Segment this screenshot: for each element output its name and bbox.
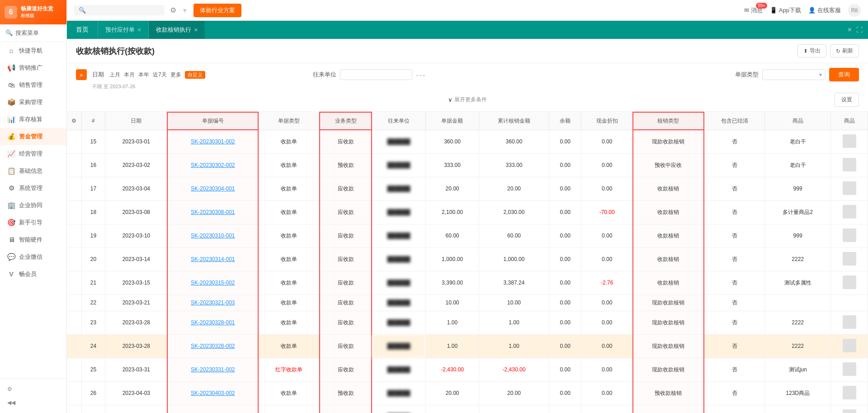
topbar-search-input[interactable] [89, 7, 156, 14]
expand-conditions[interactable]: ∨ 展开更多条件 [448, 96, 487, 104]
sidebar-item-label: 库存核算 [19, 115, 42, 123]
row-doc-no[interactable]: SK-20230314-001 [167, 247, 258, 271]
row-doc-no[interactable]: SK-20230408-001 [167, 405, 258, 413]
tab-collection[interactable]: 收款核销执行 × [149, 21, 205, 39]
tab-close-all-icon[interactable]: × [848, 26, 852, 34]
sidebar-item-label: 企业协同 [19, 201, 42, 209]
column-settings-icon[interactable]: ⚙ [71, 118, 76, 124]
row-cash-discount: 0.00 [581, 358, 633, 381]
row-include-settled: 否 [704, 381, 765, 405]
row-doc-no[interactable]: SK-20230328-002 [167, 334, 258, 358]
row-doc-no[interactable]: SK-20230304-001 [167, 177, 258, 200]
sidebar-item-wechat[interactable]: 💬 企业微信 [0, 248, 66, 266]
row-doc-no[interactable]: SK-20230315-002 [167, 271, 258, 294]
system-icon: ⚙ [7, 184, 15, 192]
doctype-select[interactable] [762, 69, 826, 80]
row-doc-no[interactable]: SK-20230403-002 [167, 381, 258, 405]
filter-toggle-button[interactable]: » [76, 69, 87, 80]
th-settings[interactable]: ⚙ [67, 112, 81, 130]
refresh-button[interactable]: ↻ 刷新 [830, 44, 859, 57]
th-date: 日期 [105, 112, 167, 130]
sidebar-item-label: 基础信息 [19, 167, 42, 175]
sidebar-item-member[interactable]: V 畅会员 [0, 266, 66, 283]
date-opt-7days[interactable]: 近7天 [153, 71, 167, 79]
row-total-write-off: 2,030.00 [479, 200, 549, 224]
tab-collection-close[interactable]: × [194, 26, 198, 33]
sidebar-collapse[interactable]: ◀◀ [0, 396, 66, 409]
tab-home[interactable]: 首页 [67, 21, 98, 39]
table-row: 242023-03-28SK-20230328-002收款单应收款██████1… [67, 334, 868, 358]
avatar: Rit [848, 4, 861, 17]
tab-expand-icon[interactable]: ⛶ [856, 26, 863, 33]
export-button[interactable]: ⬆ 导出 [797, 44, 826, 57]
row-doc-no[interactable]: SK-20230308-001 [167, 200, 258, 224]
sidebar-item-finance[interactable]: 💰 资金管理 [0, 128, 66, 145]
tab-advance[interactable]: 预付应付单 × [98, 21, 149, 39]
th-total-write-off: 累计核销金额 [479, 112, 549, 130]
tab-advance-close[interactable]: × [137, 26, 141, 33]
row-doc-no[interactable]: SK-20230301-002 [167, 130, 258, 153]
row-biz-type: 应收款 [320, 405, 372, 413]
topbar-gear-icon[interactable]: ⚙ [170, 6, 176, 14]
solution-button[interactable]: 体验行业方案 [193, 4, 241, 17]
tabbar: 首页 预付应付单 × 收款核销执行 × × ⛶ [67, 21, 868, 39]
row-write-off-type: 预收款核销 [633, 381, 704, 405]
sidebar-settings[interactable]: ⚙ [0, 382, 66, 396]
sidebar-item-basic[interactable]: 📋 基础信息 [0, 162, 66, 180]
sidebar-item-system[interactable]: ⚙ 系统管理 [0, 180, 66, 197]
row-no: 27 [81, 405, 105, 413]
logo-sub: 标推版 [21, 13, 53, 19]
row-amount: 3,390.00 [426, 271, 479, 294]
partner-input[interactable] [340, 69, 412, 80]
table-row: 212023-03-15SK-20230315-002收款单应收款██████3… [67, 271, 868, 294]
topbar-right-actions: ✉ 消息 99+ 📱 App下载 👤 在线客服 Rit [744, 4, 861, 17]
row-settings [67, 294, 81, 311]
refresh-icon: ↻ [836, 48, 840, 54]
th-cash-discount: 现金折扣 [581, 112, 633, 130]
row-write-off-type: 现款收款核销 [633, 311, 704, 334]
setting-button[interactable]: 设置 [835, 93, 859, 107]
row-settings [67, 311, 81, 334]
row-doc-no[interactable]: SK-20230302-002 [167, 153, 258, 177]
th-amount: 单据金额 [426, 112, 479, 130]
goods-thumbnail [843, 228, 856, 242]
row-goods: 测试多属性 [765, 271, 831, 294]
date-opt-this-year[interactable]: 本年 [138, 71, 149, 79]
app-download-button[interactable]: 📱 App下载 [770, 6, 801, 14]
sidebar-item-marketing[interactable]: 📢 营销推广 [0, 59, 66, 76]
row-doc-no[interactable]: SK-20230310-001 [167, 224, 258, 247]
row-date: 2023-03-08 [105, 200, 167, 224]
row-include-settled: 否 [704, 130, 765, 153]
date-opt-more[interactable]: 更多 [170, 71, 181, 79]
date-opt-custom[interactable]: 自定义 [185, 71, 205, 79]
sidebar-item-sales[interactable]: 🛍 销售管理 [0, 76, 66, 94]
search-menu[interactable]: 🔍 搜索菜单 [0, 24, 66, 42]
online-service-button[interactable]: 👤 在线客服 [808, 6, 841, 14]
date-opt-last-month[interactable]: 上月 [109, 71, 120, 79]
basic-icon: 📋 [7, 167, 15, 175]
wechat-icon: 💬 [7, 253, 15, 261]
row-doc-no[interactable]: SK-20230321-003 [167, 294, 258, 311]
goods-thumbnail [843, 362, 856, 376]
row-write-off-type: 收款核销 [633, 271, 704, 294]
sidebar-item-guide[interactable]: 🎯 新手引导 [0, 214, 66, 231]
row-total-write-off: 360.00 [479, 130, 549, 153]
sidebar-item-inventory[interactable]: 📊 库存核算 [0, 111, 66, 128]
row-amount: 20.00 [426, 381, 479, 405]
message-button[interactable]: ✉ 消息 99+ [744, 6, 763, 14]
sidebar-item-operation[interactable]: 📈 经营管理 [0, 145, 66, 162]
sidebar-item-purchase[interactable]: 📦 采购管理 [0, 94, 66, 111]
row-partner: ██████ [372, 224, 425, 247]
sidebar-item-hardware[interactable]: 🖥 智能硬件 [0, 231, 66, 248]
table-row: 172023-03-04SK-20230304-001收款单应收款██████2… [67, 177, 868, 200]
sidebar-item-quick-nav[interactable]: ⌂ 快捷导航 [0, 42, 66, 59]
date-opt-this-month[interactable]: 本月 [124, 71, 135, 79]
settings-icon: ⚙ [7, 386, 12, 392]
row-doc-no[interactable]: SK-20230331-002 [167, 358, 258, 381]
row-doc-no[interactable]: SK-20230328-001 [167, 311, 258, 334]
user-profile[interactable]: Rit [848, 4, 861, 17]
query-button[interactable]: 查询 [829, 68, 859, 81]
enterprise-icon: 🏢 [7, 201, 15, 209]
ellipsis[interactable]: ··· [416, 70, 426, 80]
sidebar-item-enterprise[interactable]: 🏢 企业协同 [0, 197, 66, 214]
